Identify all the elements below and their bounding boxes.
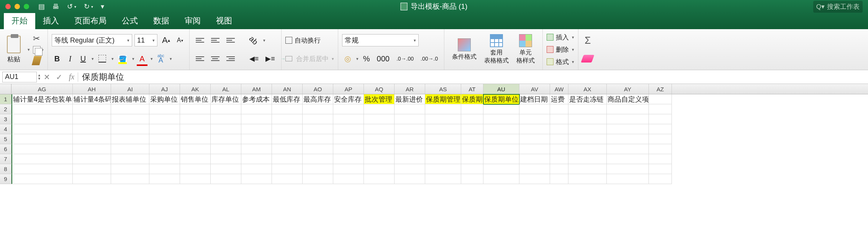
cell[interactable]: 保质期管理 [425,94,461,104]
cell[interactable] [649,94,672,104]
cell[interactable]: 保质期 [461,94,483,104]
cell[interactable] [211,114,241,124]
cell[interactable] [649,174,672,184]
cell[interactable] [11,174,73,184]
cell[interactable]: 辅计量4条码 [73,94,111,104]
column-header[interactable]: AI [111,84,149,94]
cell[interactable] [303,154,333,164]
column-header[interactable]: AZ [649,84,672,94]
column-header[interactable]: AK [180,84,211,94]
column-header[interactable]: AU [483,84,519,94]
decrease-indent-icon[interactable]: ◀≡ [247,53,261,64]
column-header[interactable]: AG [11,84,73,94]
cell[interactable] [180,164,211,174]
cell[interactable] [550,154,568,164]
tab-data[interactable]: 数据 [146,12,177,29]
cell[interactable] [303,174,333,184]
cell[interactable] [272,174,303,184]
cell[interactable] [607,124,649,134]
cell[interactable] [333,154,364,164]
row-header[interactable]: 1 [0,94,11,104]
column-header[interactable]: AY [607,84,649,94]
cell[interactable] [395,164,425,174]
cell[interactable] [607,114,649,124]
confirm-formula-icon[interactable]: ✓ [53,72,66,82]
cell[interactable] [211,104,241,114]
increase-decimal-icon[interactable]: .0→.00 [394,53,416,64]
cell[interactable] [333,134,364,144]
cell[interactable] [550,134,568,144]
cell[interactable] [364,154,395,164]
cell[interactable] [111,104,149,114]
cell[interactable] [241,124,272,134]
cell[interactable] [649,154,672,164]
cell[interactable] [180,154,211,164]
cell[interactable] [519,104,550,114]
cell[interactable]: 销售单位 [180,94,211,104]
font-color-button[interactable]: A [137,53,147,64]
cell[interactable] [519,154,550,164]
wrap-text-button[interactable]: 自动换行 [285,31,334,49]
cell[interactable] [550,164,568,174]
cell[interactable] [425,164,461,174]
cell[interactable]: 安全库存 [333,94,364,104]
format-painter-icon[interactable] [32,56,42,65]
row-header[interactable]: 7 [0,154,11,164]
row-header[interactable]: 9 [0,174,11,184]
cell[interactable] [364,104,395,114]
clear-button[interactable] [581,55,594,63]
cell[interactable] [180,114,211,124]
cell[interactable] [241,164,272,174]
tab-page-layout[interactable]: 页面布局 [67,12,114,29]
cell[interactable] [241,154,272,164]
row-header[interactable]: 2 [0,104,11,114]
merge-center-button[interactable]: 合并后居中 ▾ [285,49,334,68]
cell[interactable] [649,144,672,154]
cell[interactable] [241,144,272,154]
cell[interactable] [568,124,607,134]
cell[interactable] [461,154,483,164]
cell[interactable]: 参考成本 [241,94,272,104]
column-header[interactable]: AW [550,84,568,94]
cell[interactable] [607,174,649,184]
cell[interactable] [303,134,333,144]
cell[interactable] [11,154,73,164]
cell[interactable] [425,144,461,154]
column-header[interactable]: AV [519,84,550,94]
cell[interactable] [461,114,483,124]
search-box[interactable]: Q▾ 搜索工作表 [813,1,863,13]
insert-cells-button[interactable]: 插入 ▾ [547,31,574,43]
fill-color-button[interactable]: 🪣 [116,53,129,64]
conditional-format-button[interactable]: 条件格式 [448,38,480,61]
delete-cells-button[interactable]: 删除 ▾ [547,43,574,56]
cell[interactable] [607,104,649,114]
cell[interactable] [461,174,483,184]
save-icon[interactable]: ▤ [38,2,45,11]
fx-icon[interactable]: fx [66,72,78,81]
cell[interactable] [11,114,73,124]
cell[interactable] [303,124,333,134]
cell[interactable] [519,134,550,144]
cell[interactable] [483,114,519,124]
cell[interactable] [333,174,364,184]
cell[interactable]: 是否走冻链 [568,94,607,104]
decrease-decimal-icon[interactable]: .00→.0 [418,53,440,64]
cell[interactable] [607,134,649,144]
column-header[interactable]: AS [425,84,461,94]
font-size-select[interactable]: 11▾ [134,34,157,46]
cell[interactable] [111,144,149,154]
tab-view[interactable]: 视图 [208,12,240,29]
cell[interactable] [425,104,461,114]
cell[interactable] [211,144,241,154]
cell[interactable] [395,134,425,144]
cell[interactable] [425,134,461,144]
cell[interactable] [483,144,519,154]
close-window-icon[interactable] [5,4,11,9]
tab-home[interactable]: 开始 [4,12,35,29]
cell[interactable] [568,164,607,174]
cell[interactable] [519,144,550,154]
cell[interactable] [241,104,272,114]
cell[interactable]: 批次管理 [364,94,395,104]
percent-button[interactable]: % [361,53,372,64]
cell[interactable] [241,114,272,124]
